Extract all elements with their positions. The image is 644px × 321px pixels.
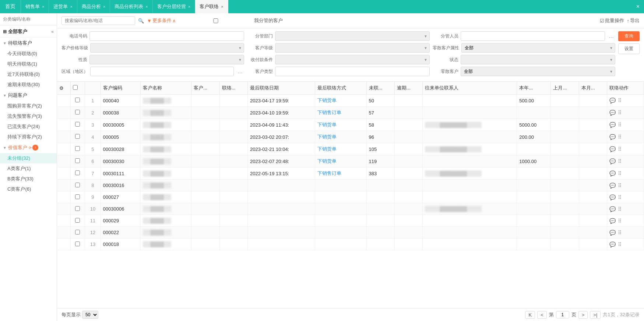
row-select-checkbox[interactable] bbox=[75, 98, 80, 102]
th-code[interactable]: 客户编码 bbox=[101, 82, 141, 95]
row-select-checkbox[interactable] bbox=[75, 122, 80, 127]
row-select-checkbox[interactable] bbox=[75, 230, 80, 234]
contact-method-link[interactable]: 下销售订单 bbox=[317, 110, 341, 115]
more-action-icon[interactable]: ⠿ bbox=[618, 218, 622, 224]
more-action-icon[interactable]: ⠿ bbox=[618, 134, 622, 140]
contact-icon[interactable]: 💬 bbox=[609, 158, 616, 164]
group-value-customers[interactable]: ▼ 价值客户 ⟳ ! bbox=[0, 142, 57, 153]
contact-icon[interactable]: 💬 bbox=[609, 98, 616, 103]
contact-icon[interactable]: 💬 bbox=[609, 110, 616, 116]
th-last-contact-method[interactable]: 最后联络方式 bbox=[315, 82, 366, 95]
first-page-btn[interactable]: K bbox=[525, 311, 535, 319]
contact-icon[interactable]: 💬 bbox=[609, 122, 616, 128]
more-action-icon[interactable]: ⠿ bbox=[618, 206, 622, 212]
th-not-contacted[interactable]: 未联... bbox=[366, 82, 394, 95]
sidebar-item-overdue-pending[interactable]: 逾期未联络(30) bbox=[0, 80, 57, 90]
reset-button[interactable]: 设置 bbox=[618, 43, 640, 54]
th-contact[interactable]: 联络... bbox=[219, 82, 247, 95]
row-select-checkbox[interactable] bbox=[75, 183, 80, 187]
more-action-icon[interactable]: ⠿ bbox=[618, 98, 622, 103]
row-settings[interactable] bbox=[57, 180, 70, 191]
contact-icon[interactable]: 💬 bbox=[609, 241, 616, 247]
row-settings[interactable] bbox=[57, 203, 70, 215]
group-problem-customers[interactable]: ▼ 问题客户 bbox=[0, 90, 57, 101]
more-action-icon[interactable]: ⠿ bbox=[618, 122, 622, 128]
sidebar-item-lost[interactable]: 已流失客户(24) bbox=[0, 121, 57, 132]
search-icon[interactable]: 🔍 bbox=[138, 18, 144, 24]
all-customers-header[interactable]: ⊞ 全部客户 « bbox=[0, 25, 57, 38]
sidebar-item-7days-pending[interactable]: 近7天待联络(0) bbox=[0, 69, 57, 80]
more-action-icon[interactable]: ⠿ bbox=[618, 230, 622, 236]
price-level-select[interactable] bbox=[90, 43, 244, 53]
customer-type-input[interactable] bbox=[275, 67, 430, 76]
row-select-checkbox[interactable] bbox=[75, 218, 80, 223]
contact-method-link[interactable]: 下销货单 bbox=[317, 122, 337, 127]
sidebar-item-today-pending[interactable]: 今天待联络(0) bbox=[0, 49, 57, 59]
collapse-btn[interactable]: « bbox=[51, 29, 54, 34]
row-settings[interactable] bbox=[57, 95, 70, 107]
sidebar-item-tomorrow-pending[interactable]: 明天待联络(1) bbox=[0, 59, 57, 69]
sidebar-item-declining[interactable]: 持续下滑客户(2) bbox=[0, 132, 57, 142]
th-customer-type[interactable]: 客户... bbox=[191, 82, 219, 95]
sidebar-search-input[interactable] bbox=[3, 17, 57, 22]
th-last-contact-date[interactable]: 最后联络日期 bbox=[247, 82, 315, 95]
next-page-btn[interactable]: > bbox=[578, 311, 588, 319]
export-btn[interactable]: ↑ 导出 bbox=[627, 17, 640, 24]
nav-tab-analysis[interactable]: 商品分析 × bbox=[77, 0, 110, 13]
close-tab-customer-contact[interactable]: × bbox=[221, 4, 223, 9]
row-select-checkbox[interactable] bbox=[75, 146, 80, 151]
close-tab-purchase[interactable]: × bbox=[70, 4, 72, 9]
contact-icon[interactable]: 💬 bbox=[609, 170, 616, 176]
more-region-btn[interactable]: … bbox=[236, 68, 244, 75]
contact-method-link[interactable]: 下销货单 bbox=[317, 98, 337, 103]
row-select-checkbox[interactable] bbox=[75, 170, 80, 175]
row-select-checkbox[interactable] bbox=[75, 158, 80, 163]
more-action-icon[interactable]: ⠿ bbox=[618, 170, 622, 176]
more-action-icon[interactable]: ⠿ bbox=[618, 146, 622, 152]
close-tab-analysis-list[interactable]: × bbox=[145, 4, 148, 9]
nav-tab-purchase[interactable]: 进货单 × bbox=[49, 0, 77, 13]
th-this-month[interactable]: 本月... bbox=[579, 82, 607, 95]
more-conditions-btn[interactable]: ▼ 更多条件 ∧ bbox=[147, 17, 176, 24]
dept-select[interactable] bbox=[275, 31, 430, 41]
phone-input[interactable] bbox=[89, 31, 244, 41]
th-contacts[interactable]: 往来单位联系人 bbox=[423, 82, 517, 95]
nav-tab-sales[interactable]: 销售单 × bbox=[21, 0, 49, 13]
contact-icon[interactable]: 💬 bbox=[609, 206, 616, 212]
prev-page-btn[interactable]: < bbox=[537, 311, 547, 319]
close-tab-customer-mgmt[interactable]: × bbox=[188, 4, 190, 9]
sidebar-item-hoarding-abnormal[interactable]: 囤购异常客户(2) bbox=[0, 101, 57, 111]
th-this-year[interactable]: 本年... bbox=[517, 82, 551, 95]
window-close[interactable]: × bbox=[636, 3, 644, 10]
more-action-icon[interactable]: ⠿ bbox=[618, 110, 622, 116]
more-action-icon[interactable]: ⠿ bbox=[618, 158, 622, 164]
row-settings[interactable] bbox=[57, 215, 70, 227]
more-action-icon[interactable]: ⠿ bbox=[618, 194, 622, 200]
select-all-checkbox[interactable] bbox=[73, 85, 78, 90]
row-settings[interactable] bbox=[57, 227, 70, 239]
sidebar-item-class-b[interactable]: B类客户(33) bbox=[0, 174, 57, 184]
row-settings[interactable] bbox=[57, 107, 70, 119]
row-select-checkbox[interactable] bbox=[75, 194, 80, 199]
last-page-btn[interactable]: >| bbox=[590, 311, 601, 319]
my-customers-checkbox[interactable] bbox=[179, 18, 253, 23]
contact-method-link[interactable]: 下销货单 bbox=[317, 146, 337, 152]
nav-tab-customer-mgmt[interactable]: 客户分层经营 × bbox=[153, 0, 195, 13]
sidebar-item-ungrouped[interactable]: 未分组(32) bbox=[0, 153, 57, 163]
sidebar-item-class-a[interactable]: A类客户(1) bbox=[0, 163, 57, 174]
row-settings[interactable] bbox=[57, 143, 70, 155]
row-settings[interactable] bbox=[57, 155, 70, 167]
contact-method-link[interactable]: 下销售订单 bbox=[317, 170, 341, 176]
more-staff-btn[interactable]: … bbox=[607, 32, 615, 40]
contact-icon[interactable]: 💬 bbox=[609, 134, 616, 140]
customer-level-select[interactable] bbox=[275, 43, 430, 53]
contact-method-link[interactable]: 下销货单 bbox=[317, 158, 337, 164]
row-select-checkbox[interactable] bbox=[75, 206, 80, 211]
close-tab-sales[interactable]: × bbox=[42, 4, 44, 9]
row-select-checkbox[interactable] bbox=[75, 110, 80, 114]
row-settings[interactable] bbox=[57, 191, 70, 203]
retail-attr-select[interactable]: 全部 bbox=[461, 43, 615, 53]
nav-tab-analysis-list[interactable]: 商品分析列表 × bbox=[110, 0, 152, 13]
contact-icon[interactable]: 💬 bbox=[609, 194, 616, 200]
row-settings[interactable] bbox=[57, 167, 70, 180]
